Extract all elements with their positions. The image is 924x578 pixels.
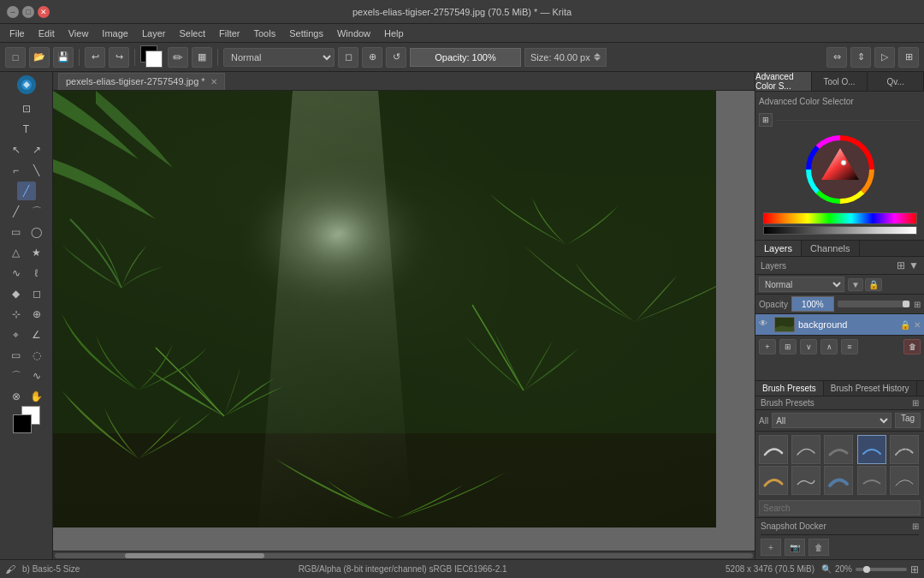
color-wheel[interactable]	[806, 135, 874, 204]
canvas-wrap-button[interactable]: ▷	[874, 47, 895, 68]
brush-filter-select[interactable]: All	[772, 413, 891, 428]
pattern-button[interactable]: ▦	[192, 47, 212, 68]
opacity-value-display[interactable]: 100%	[791, 296, 834, 312]
brush-preset-1[interactable]	[759, 435, 788, 464]
brush-preset-history-tab[interactable]: Brush Preset History	[824, 381, 917, 396]
alpha-button[interactable]: ↺	[386, 47, 406, 68]
star-tool[interactable]: ★	[27, 243, 46, 262]
brush-preset-6[interactable]	[759, 466, 788, 495]
layers-filter-button[interactable]: ▼	[909, 259, 919, 271]
layer-row[interactable]: 👁 background 🔒 ✕	[755, 314, 924, 335]
opacity-menu-button[interactable]: ⊞	[914, 300, 921, 309]
save-document-button[interactable]: 💾	[53, 47, 74, 68]
menu-filter[interactable]: Filter	[213, 27, 246, 40]
paint-brush-tool[interactable]: ╱	[17, 182, 36, 200]
canvas-horizontal-scrollbar[interactable]	[53, 551, 755, 559]
layer-up-button[interactable]: ∨	[800, 339, 817, 355]
panel-tab-qv[interactable]: Qv...	[868, 72, 924, 91]
fill-tool[interactable]: ◆	[7, 284, 26, 303]
calligraphy-tool[interactable]: ℓ	[27, 264, 46, 283]
bezier-select-tool[interactable]: ∿	[27, 366, 46, 385]
eraser-tool[interactable]: ◻	[27, 284, 46, 303]
contiguous-select-tool[interactable]: ▭	[7, 346, 26, 365]
layer-blend-filter-button[interactable]: ▼	[848, 278, 863, 291]
line-tool[interactable]: ╱	[7, 202, 26, 221]
brush-tag-button[interactable]: Tag	[895, 413, 921, 428]
brush-presets-tab[interactable]: Brush Presets	[755, 381, 824, 396]
brush-preset-2[interactable]	[791, 435, 820, 464]
layer-visibility-button[interactable]: 👁	[759, 319, 771, 331]
zoom-slider[interactable]	[856, 568, 907, 571]
polygon-tool[interactable]: △	[7, 243, 26, 262]
colorize-mask-tool[interactable]: ⊗	[7, 387, 26, 406]
brush-preset-9[interactable]	[857, 466, 886, 495]
brush-presets-options-button[interactable]: ⊞	[912, 398, 919, 408]
mirror-vertical-button[interactable]: ⇕	[850, 47, 871, 68]
erase-button[interactable]: ◻	[338, 47, 358, 68]
layer-lock-button[interactable]: 🔒	[865, 278, 882, 291]
layer-blend-mode-select[interactable]: Normal	[759, 277, 844, 292]
ruler-tool[interactable]: ⌖	[7, 325, 26, 344]
panel-tab-tool-options[interactable]: Tool O...	[812, 72, 868, 91]
fullscreen-button[interactable]: ⊞	[898, 47, 919, 68]
angle-tool[interactable]: ∠	[27, 325, 46, 344]
window-close-button[interactable]: ✕	[38, 6, 50, 18]
clone-tool[interactable]: ⊕	[27, 305, 46, 324]
menu-file[interactable]: File	[3, 27, 31, 40]
delete-layer-button[interactable]: 🗑	[903, 339, 921, 355]
brush-search-input[interactable]	[759, 500, 921, 515]
blend-mode-select[interactable]: Normal	[223, 48, 335, 67]
layer-delete-icon[interactable]: ✕	[914, 320, 921, 330]
add-layer-button[interactable]: +	[759, 339, 776, 355]
menu-tools[interactable]: Tools	[248, 27, 282, 40]
window-maximize-button[interactable]: □	[22, 6, 34, 18]
menu-help[interactable]: Help	[378, 27, 410, 40]
ellipse-select-tool[interactable]: ◯	[27, 223, 46, 241]
move-tool[interactable]: ↗	[27, 140, 46, 159]
opacity-slider[interactable]	[838, 301, 910, 307]
similar-color-select-tool[interactable]: ◌	[27, 346, 46, 365]
layer-lock-icon[interactable]: 🔒	[900, 320, 910, 330]
brush-preset-icon[interactable]: ✏	[168, 47, 188, 68]
freehand-select-tool[interactable]: ⊡	[17, 99, 36, 118]
channels-tab[interactable]: Channels	[802, 241, 859, 256]
window-minimize-button[interactable]: –	[7, 6, 19, 18]
gradient-tool[interactable]: ╲	[27, 161, 46, 180]
copy-layer-button[interactable]: ⊞	[779, 339, 797, 355]
menu-settings[interactable]: Settings	[283, 27, 329, 40]
panel-tab-color-selector[interactable]: Advanced Color S...	[755, 72, 812, 91]
undo-button[interactable]: ↩	[85, 47, 105, 68]
rect-select-tool[interactable]: ▭	[7, 223, 26, 241]
layer-down-button[interactable]: ∧	[820, 339, 838, 355]
brush-preset-10[interactable]	[890, 466, 919, 495]
scrollbar-thumb-h[interactable]	[125, 553, 264, 558]
layer-properties-button[interactable]: ≡	[841, 339, 858, 355]
shape-tool[interactable]: ↖	[7, 140, 26, 159]
menu-window[interactable]: Window	[331, 27, 376, 40]
snapshot-camera-button[interactable]: 📷	[785, 539, 805, 556]
clip-button[interactable]: ⊕	[362, 47, 382, 68]
pan-tool[interactable]: ✋	[27, 387, 46, 406]
brightness-bar[interactable]	[763, 226, 917, 235]
menu-edit[interactable]: Edit	[33, 27, 61, 40]
canvas-tab[interactable]: pexels-elias-tigiser-2757549.jpg * ✕	[58, 73, 225, 90]
menu-view[interactable]: View	[62, 27, 95, 40]
text-tool[interactable]: T	[17, 120, 36, 139]
foreground-color-box[interactable]	[13, 414, 32, 433]
canvas-tab-close-button[interactable]: ✕	[210, 77, 217, 86]
snapshot-options-button[interactable]: ⊞	[912, 521, 919, 531]
gamut-selector-button[interactable]: ⊞	[759, 113, 773, 127]
mirror-horizontal-button[interactable]: ⇔	[826, 47, 847, 68]
layers-tab[interactable]: Layers	[755, 241, 802, 256]
size-increase-button[interactable]	[594, 53, 601, 57]
menu-image[interactable]: Image	[96, 27, 134, 40]
opacity-display[interactable]: Opacity: 100%	[410, 48, 521, 67]
open-document-button[interactable]: 📂	[29, 47, 50, 68]
brush-preset-3[interactable]	[824, 435, 853, 464]
new-document-button[interactable]: □	[5, 47, 26, 68]
opacity-slider-thumb[interactable]	[903, 301, 909, 307]
status-grid-button[interactable]: ⊞	[910, 563, 919, 575]
redo-button[interactable]: ↪	[109, 47, 129, 68]
brush-preset-7[interactable]	[791, 466, 820, 495]
bezier-tool[interactable]: ⌒	[7, 366, 26, 385]
